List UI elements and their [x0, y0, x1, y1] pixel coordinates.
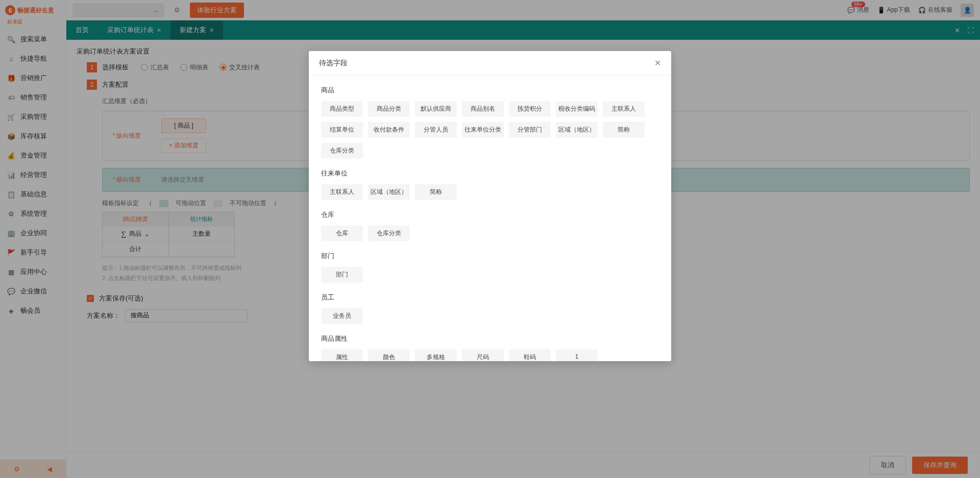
field-chip[interactable]: 1 — [556, 349, 598, 361]
modal-title: 待选字段 — [319, 59, 348, 68]
field-group-title: 部门 — [321, 251, 659, 261]
field-chip[interactable]: 税收分类编码 — [556, 101, 598, 117]
field-group: 往来单位主联系人区域（地区）简称 — [321, 169, 659, 200]
field-chip[interactable]: 多规格 — [415, 349, 457, 361]
field-chip[interactable]: 商品类型 — [321, 101, 363, 117]
field-chip[interactable]: 分管人员 — [415, 122, 457, 138]
field-group: 部门部门 — [321, 251, 659, 283]
field-chip[interactable]: 商品别名 — [462, 101, 504, 117]
field-group: 商品属性属性颜色多规格尺码鞋码1 — [321, 334, 659, 361]
modal-close-button[interactable]: ✕ — [654, 58, 661, 68]
field-chip[interactable]: 区域（地区） — [368, 184, 410, 200]
field-group-title: 商品 — [321, 86, 659, 95]
field-chip[interactable]: 仓库分类 — [321, 143, 363, 159]
field-chip[interactable]: 拣货积分 — [509, 101, 551, 117]
field-chip[interactable]: 业务员 — [321, 308, 363, 324]
field-chip[interactable]: 部门 — [321, 267, 363, 283]
field-chip[interactable]: 分管部门 — [509, 122, 551, 138]
field-chip[interactable]: 默认供应商 — [415, 101, 457, 117]
field-group-title: 员工 — [321, 293, 659, 302]
field-group: 仓库仓库仓库分类 — [321, 210, 659, 241]
field-chip[interactable]: 主联系人 — [603, 101, 645, 117]
field-chip[interactable]: 商品分类 — [368, 101, 410, 117]
field-group-title: 仓库 — [321, 210, 659, 219]
field-chip[interactable]: 尺码 — [462, 349, 504, 361]
field-chip[interactable]: 鞋码 — [509, 349, 551, 361]
field-chip[interactable]: 简称 — [415, 184, 457, 200]
field-chip[interactable]: 结算单位 — [321, 122, 363, 138]
field-chip[interactable]: 仓库 — [321, 225, 363, 241]
field-group-title: 商品属性 — [321, 334, 659, 343]
field-chip[interactable]: 区域（地区） — [556, 122, 598, 138]
field-chip[interactable]: 收付款条件 — [368, 122, 410, 138]
modal-body: 商品商品类型商品分类默认供应商商品别名拣货积分税收分类编码主联系人结算单位收付款… — [309, 76, 671, 361]
field-chip[interactable]: 仓库分类 — [368, 225, 410, 241]
field-chip[interactable]: 简称 — [603, 122, 645, 138]
field-chip[interactable]: 颜色 — [368, 349, 410, 361]
field-chip[interactable]: 往来单位分类 — [462, 122, 504, 138]
modal-header: 待选字段 ✕ — [309, 51, 671, 76]
field-group-title: 往来单位 — [321, 169, 659, 178]
field-group: 商品商品类型商品分类默认供应商商品别名拣货积分税收分类编码主联系人结算单位收付款… — [321, 86, 659, 159]
fields-modal: 待选字段 ✕ 商品商品类型商品分类默认供应商商品别名拣货积分税收分类编码主联系人… — [309, 51, 671, 361]
field-chip[interactable]: 属性 — [321, 349, 363, 361]
field-group: 员工业务员 — [321, 293, 659, 324]
field-chip[interactable]: 主联系人 — [321, 184, 363, 200]
